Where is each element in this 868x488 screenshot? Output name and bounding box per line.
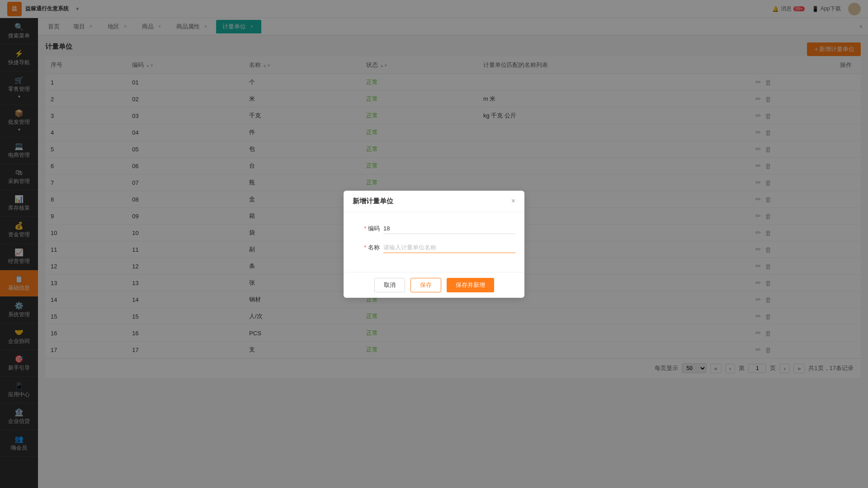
modal-close-btn[interactable]: × (511, 197, 515, 205)
modal-footer: 取消 保存 保存并新增 (344, 272, 524, 298)
form-row-name: * 名称 (353, 242, 515, 253)
name-input[interactable] (383, 242, 515, 253)
cancel-button[interactable]: 取消 (374, 278, 405, 292)
form-row-code: * 编码 (353, 223, 515, 234)
modal-body: * 编码 * 名称 (344, 212, 524, 272)
save-button[interactable]: 保存 (410, 278, 441, 292)
modal-header: 新增计量单位 × (344, 191, 524, 212)
add-measure-unit-modal: 新增计量单位 × * 编码 * 名称 取消 保存 保存并新增 (344, 191, 524, 298)
code-label: * 编码 (353, 225, 380, 233)
modal-title: 新增计量单位 (353, 197, 393, 206)
name-label: * 名称 (353, 244, 380, 252)
save-and-new-button[interactable]: 保存并新增 (447, 278, 494, 292)
code-input[interactable] (383, 223, 515, 234)
modal-overlay[interactable]: 新增计量单位 × * 编码 * 名称 取消 保存 保存并新增 (0, 0, 868, 488)
